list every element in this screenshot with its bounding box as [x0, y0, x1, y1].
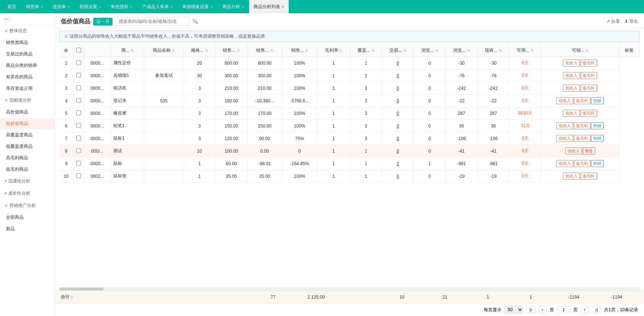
scroll-thumb[interactable] [59, 288, 104, 290]
sidebar-item-high-coverage[interactable]: 高覆盖度商品 [0, 129, 54, 141]
row-browse1[interactable]: 0 [382, 82, 414, 95]
sidebar-item-new-goods[interactable]: 新品 [0, 223, 54, 235]
share-button[interactable]: ↗ 分享 [606, 18, 620, 25]
col-sales1[interactable]: 销售... ⇅ [215, 44, 247, 57]
row-browse1[interactable]: 1 [382, 157, 414, 170]
row-name[interactable]: 鼠标 [111, 157, 144, 170]
sidebar-group-marketing[interactable]: ∨ 营销推广分析 [0, 200, 54, 212]
sidebar-item-low-margin[interactable]: 低毛利商品 [0, 164, 54, 175]
row-name[interactable]: 鼠标垫 [111, 170, 144, 183]
sidebar-item-all-goods[interactable]: 全部商品 [0, 212, 54, 223]
nav-permissions[interactable]: 权限设置 × [75, 0, 105, 13]
row-name[interactable]: 铅笔1 [111, 120, 144, 132]
nav-sales-order[interactable]: 销货单 × [21, 0, 47, 13]
row-name[interactable]: 笔记本 [111, 95, 144, 107]
sidebar-group-growth[interactable]: > 成长性分析 [0, 187, 54, 200]
col-margin[interactable]: 毛利率 ⇅ [317, 44, 350, 57]
col-avail[interactable]: 可用... ⇅ [509, 44, 541, 57]
close-icon[interactable]: × [41, 4, 43, 9]
nav-product-analysis-list[interactable]: 商品分析列表 × [249, 0, 288, 13]
close-icon[interactable]: × [170, 4, 172, 9]
sidebar-group-contribution[interactable]: ∨ 贡献值分析 [0, 94, 54, 106]
row-checkbox[interactable] [76, 173, 81, 178]
row-browse1[interactable]: 0 [382, 69, 414, 82]
row-name[interactable]: 测试 [111, 145, 144, 157]
close-icon[interactable]: × [210, 4, 212, 9]
sidebar-item-capital[interactable]: 库存资金占用 [0, 83, 54, 94]
row-name[interactable]: 属性定价 [111, 57, 144, 69]
nav-home[interactable]: 首页 [3, 0, 21, 13]
col-browse2[interactable]: 浏览... ⇅ [446, 44, 477, 57]
nav-finished-goods[interactable]: 产成品入库单 × [138, 0, 177, 13]
sidebar-item-low-coverage[interactable]: 低覆盖度商品 [0, 141, 54, 152]
row-checkbox[interactable] [76, 111, 81, 115]
page-number-input[interactable] [557, 306, 570, 313]
col-settings[interactable]: ⚙ [59, 44, 73, 57]
col-sellable[interactable]: 可销... ⇅ [541, 44, 619, 57]
first-page-button[interactable]: |‹ [526, 306, 536, 313]
col-code[interactable]: 商... ⇅ [111, 44, 144, 57]
sidebar-item-traded-goods[interactable]: 交易过的商品 [0, 48, 54, 60]
col-current[interactable]: 现有... ⇅ [477, 44, 509, 57]
row-checkbox[interactable] [76, 73, 81, 78]
row-browse1[interactable]: 0 [382, 107, 414, 120]
filter-period-button[interactable]: 近一月 [93, 18, 113, 26]
next-page-button[interactable]: › [581, 306, 589, 313]
sidebar-group-circulation[interactable]: > 流通性分析 [0, 175, 54, 187]
close-icon[interactable]: × [99, 4, 101, 9]
nav-role-auth[interactable]: 角色授权 × [106, 0, 137, 13]
search-input[interactable] [115, 17, 189, 26]
col-sales3[interactable]: 销售... ⇅ [282, 44, 317, 57]
select-all-checkbox[interactable] [76, 48, 81, 52]
page-size-select[interactable]: 50 100 200 [504, 306, 523, 314]
row-browse1[interactable]: 0 [382, 120, 414, 132]
row-browse1[interactable]: 0 [382, 132, 414, 145]
nav-template[interactable]: 单据模板设置 × [178, 0, 217, 13]
col-browse1[interactable]: 浏览... ⇅ [414, 44, 446, 57]
last-page-button[interactable]: ›| [592, 306, 601, 313]
row-name[interactable]: 吴细细1 [111, 69, 144, 82]
row-checkbox[interactable] [76, 161, 81, 166]
row-checkbox[interactable] [76, 85, 81, 90]
row-name[interactable]: 鼠标1 [111, 132, 144, 145]
row-browse1[interactable]: 0 [382, 170, 414, 183]
row-browse1[interactable]: 0 [382, 145, 414, 157]
sidebar-item-high-value[interactable]: 高价值商品 [0, 106, 54, 118]
sidebar-item-stock-goods[interactable]: 有库存的商品 [0, 71, 54, 83]
collapse-sidebar-button[interactable]: « [3, 16, 10, 22]
prev-page-button[interactable]: ‹ [539, 306, 547, 313]
close-icon[interactable]: × [282, 4, 284, 9]
sidebar-item-sales-goods[interactable]: 销售类商品 [0, 37, 54, 48]
tag: 低收入 [563, 110, 580, 117]
sidebar-item-high-margin[interactable]: 高毛利商品 [0, 152, 54, 164]
col-name[interactable]: 商品名称 ⇅ [144, 44, 184, 57]
col-sales2[interactable]: 销售... ⇅ [247, 44, 282, 57]
close-icon[interactable]: × [242, 4, 244, 9]
row-checkbox[interactable] [76, 123, 81, 128]
export-button[interactable]: ⬇ 导出 [624, 18, 638, 25]
row-avail: -981 [477, 157, 509, 170]
row-name[interactable]: 橡皮擦 [111, 107, 144, 120]
row-avail: -242 [477, 82, 509, 95]
row-checkbox[interactable] [76, 148, 81, 153]
nav-product-analysis[interactable]: 商品分析 × [218, 0, 248, 13]
row-checkbox[interactable] [76, 60, 81, 65]
col-spec[interactable]: 规格... ⇅ [184, 44, 215, 57]
horizontal-scrollbar[interactable] [59, 288, 640, 290]
col-cover[interactable]: 覆盖... ⇅ [350, 44, 382, 57]
nav-purchase[interactable]: 进货单 × [48, 0, 74, 13]
close-icon[interactable]: × [130, 4, 132, 9]
row-name[interactable]: 电话机 [111, 82, 144, 95]
col-trade[interactable]: 交易... ⇅ [382, 44, 414, 57]
close-icon[interactable]: × [67, 4, 70, 9]
row-browse1[interactable]: 0 [382, 95, 414, 107]
row-checkbox[interactable] [76, 98, 81, 103]
table-row: 70000...鼠标13120.0090.0075%1300-106-1060天… [59, 132, 640, 145]
row-checkbox[interactable] [76, 136, 81, 140]
sidebar-item-low-value[interactable]: 低价值商品 [0, 118, 54, 129]
search-icon[interactable]: 🔍 [192, 19, 198, 24]
sidebar-group-overview[interactable]: ∨ 整体信息 [0, 25, 54, 37]
row-browse1[interactable]: 0 [382, 57, 414, 69]
row-margin: 75% [282, 132, 317, 145]
sidebar-item-category-rate[interactable]: 商品分类的销率 [0, 60, 54, 71]
